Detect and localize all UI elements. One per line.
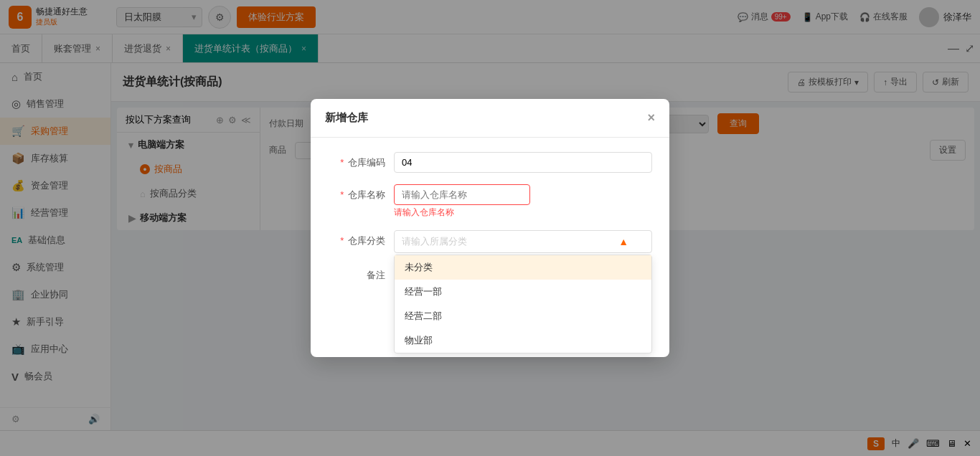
dropdown-item-dept2[interactable]: 经营二部 <box>395 304 651 328</box>
dialog-header: 新增仓库 × <box>311 99 669 138</box>
add-warehouse-dialog: 新增仓库 × * 仓库编码 * 仓库名称 请输入仓库名称 <box>311 99 669 357</box>
category-dropdown-menu: 未分类 经营一部 经营二部 物业部 <box>394 255 652 353</box>
dropdown-arrow-icon: ▲ <box>618 236 628 247</box>
name-field-wrap: 请输入仓库名称 <box>394 184 652 219</box>
dropdown-item-dept1[interactable]: 经营一部 <box>395 280 651 304</box>
code-input[interactable] <box>394 152 652 173</box>
modal-overlay: 新增仓库 × * 仓库编码 * 仓库名称 请输入仓库名称 <box>0 0 980 456</box>
code-label: * 仓库编码 <box>328 152 385 169</box>
category-label: * 仓库分类 <box>328 230 385 247</box>
dropdown-item-dept3[interactable]: 物业部 <box>395 328 651 353</box>
dialog-close-button[interactable]: × <box>647 110 655 125</box>
name-error-msg: 请输入仓库名称 <box>394 206 652 219</box>
dialog-title: 新增仓库 <box>325 111 368 125</box>
dropdown-item-none[interactable]: 未分类 <box>395 255 651 280</box>
category-dropdown-trigger[interactable]: 请输入所属分类 ▲ <box>394 230 652 253</box>
field-row-category: * 仓库分类 请输入所属分类 ▲ 未分类 经营一部 经营二部 物业部 <box>328 230 652 253</box>
category-placeholder: 请输入所属分类 <box>402 235 467 248</box>
category-field-wrap: 请输入所属分类 ▲ 未分类 经营一部 经营二部 物业部 <box>394 230 652 253</box>
name-label: * 仓库名称 <box>328 184 385 201</box>
dialog-body: * 仓库编码 * 仓库名称 请输入仓库名称 * <box>311 138 669 311</box>
field-row-code: * 仓库编码 <box>328 152 652 173</box>
note-label: 备注 <box>328 265 385 282</box>
field-row-name: * 仓库名称 请输入仓库名称 <box>328 184 652 219</box>
name-input[interactable] <box>394 184 530 205</box>
